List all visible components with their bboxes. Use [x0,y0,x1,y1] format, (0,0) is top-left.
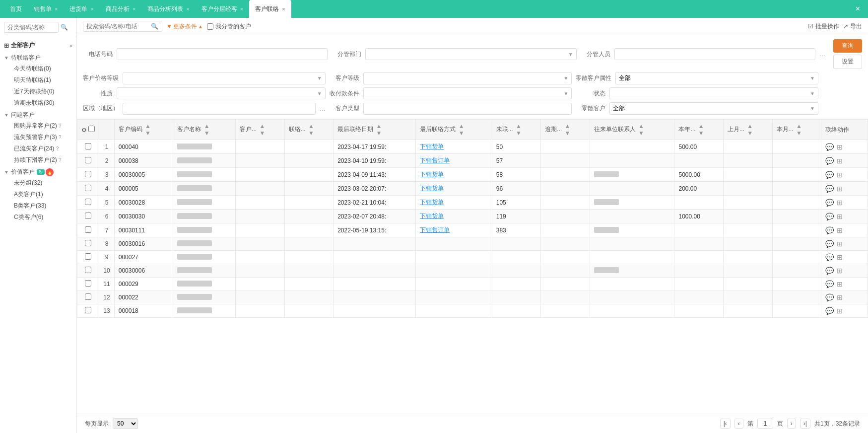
batch-operation-btn[interactable]: ☑ 批量操作 [808,22,839,31]
row-last-way[interactable] [416,237,492,251]
message-icon[interactable]: 💬 [825,226,834,234]
row-last-way[interactable]: 下销售订单 [416,154,492,168]
sidebar-group-value[interactable]: ▼ 价值客户 ↻ 🔥 [0,166,76,177]
row-checkbox[interactable] [85,157,91,163]
sidebar-item-abnormal[interactable]: 囤购异常客户(2) ? [0,120,76,132]
nature-select[interactable]: ▼ [117,87,326,99]
tab-home[interactable]: 首页 [4,0,28,18]
sidebar-item-classC[interactable]: C类客户(6) [0,212,76,223]
col-this-month[interactable]: 本月... ▲▼ [772,120,821,140]
row-last-way[interactable] [416,251,492,264]
message-icon[interactable]: 💬 [825,293,834,301]
tab-customer-segment[interactable]: 客户分层经客 × [196,0,249,18]
col-overdue[interactable]: 逾期... ▲▼ [541,120,590,140]
row-last-way[interactable] [416,264,492,278]
grid-icon[interactable]: ⊞ [837,307,843,315]
sidebar-group-problem[interactable]: ▼ 问题客户 [0,109,76,120]
col-name[interactable]: 客户名称 ▲▼ [173,120,236,140]
sidebar-item-classB[interactable]: B类客户(33) [0,200,76,212]
row-last-way[interactable]: 下销货单 [416,168,492,182]
message-icon[interactable]: 💬 [825,143,834,151]
first-page-btn[interactable]: |‹ [720,419,731,429]
person-input[interactable] [614,48,815,60]
message-icon[interactable]: 💬 [825,213,834,220]
row-checkbox[interactable] [85,307,91,313]
tab-purchase-close[interactable]: × [90,6,93,12]
category-search-input[interactable] [4,22,59,33]
row-checkbox[interactable] [85,143,91,149]
main-search-input[interactable] [86,23,151,30]
col-this-year[interactable]: 本年... ▲▼ [674,120,724,140]
select-all-checkbox[interactable] [88,126,95,132]
message-icon[interactable]: 💬 [825,253,834,261]
retail-attr-select[interactable]: 全部 ▼ [615,72,818,84]
col-settings[interactable]: ⚙ [77,120,99,140]
all-customers-header[interactable]: ⊞ 全部客户 « [0,37,76,52]
grid-icon[interactable]: ⊞ [837,213,843,220]
sidebar-item-ungroup[interactable]: 未分组(32) [0,177,76,189]
reset-button[interactable]: 设置 [833,55,862,69]
row-checkbox[interactable] [85,185,91,191]
tab-purchase[interactable]: 进货单 × [64,0,99,18]
message-icon[interactable]: 💬 [825,240,834,248]
refresh-icon[interactable]: ↻ [37,169,45,175]
row-checkbox[interactable] [85,213,91,219]
message-icon[interactable]: 💬 [825,171,834,179]
row-last-way[interactable]: 下销货单 [416,182,492,196]
row-checkbox[interactable] [85,199,91,205]
col-contact-person[interactable]: 往来单位联系人 ▲▼ [590,120,674,140]
tab-product-list-close[interactable]: × [186,6,189,12]
search-icon[interactable]: 🔍 [61,24,68,31]
tab-customer-contact-close[interactable]: × [282,6,285,12]
collapse-sidebar-btn[interactable]: « [69,43,72,49]
grid-icon[interactable]: ⊞ [837,267,843,275]
message-icon[interactable]: 💬 [825,280,834,288]
dept-select[interactable]: ▼ [365,48,576,60]
sidebar-item-lost[interactable]: 已流失客户(24) ? [0,143,76,154]
message-icon[interactable]: 💬 [825,185,834,193]
col-last-date[interactable]: 最后联络日期 ▲▼ [334,120,416,140]
next-page-btn[interactable]: › [787,419,796,429]
grid-icon[interactable]: ⊞ [837,143,843,151]
region-dots-btn[interactable]: … [320,105,326,112]
phone-input[interactable] [117,48,328,60]
sidebar-item-overdue[interactable]: 逾期未联络(30) [0,97,76,109]
grid-icon[interactable]: ⊞ [837,171,843,179]
col-last-way[interactable]: 最后联络方式 ▲▼ [416,120,492,140]
row-last-way[interactable]: 下销货单 [416,196,492,210]
row-checkbox[interactable] [85,280,91,287]
sidebar-group-pending[interactable]: ▼ 待联络客户 [0,52,76,63]
grid-icon[interactable]: ⊞ [837,185,843,193]
payment-select[interactable]: ▼ [363,87,572,99]
grid-icon[interactable]: ⊞ [837,293,843,301]
export-btn[interactable]: ↗ 导出 [843,22,862,31]
tab-product-analysis-close[interactable]: × [133,6,135,12]
row-last-way[interactable]: 下销货单 [416,210,492,223]
query-button[interactable]: 查询 [833,39,862,53]
row-checkbox[interactable] [85,253,91,260]
grid-icon[interactable]: ⊞ [837,226,843,234]
message-icon[interactable]: 💬 [825,267,834,275]
row-last-way[interactable] [416,291,492,304]
sidebar-item-classA[interactable]: A类客户(1) [0,189,76,200]
per-page-select[interactable]: 50 20 100 [113,418,138,429]
row-checkbox[interactable] [85,267,91,273]
window-close-button[interactable]: × [852,4,864,13]
message-icon[interactable]: 💬 [825,199,834,207]
main-search-icon[interactable]: 🔍 [151,23,158,30]
row-last-way[interactable]: 下销售订单 [416,223,492,237]
sidebar-item-declining[interactable]: 持续下滑客户(2) ? [0,154,76,166]
tab-sales-close[interactable]: × [55,6,58,12]
person-dots-btn[interactable]: … [819,51,825,58]
my-customers-checkbox[interactable]: 我分管的客户 [207,22,251,31]
tab-customer-segment-close[interactable]: × [240,6,243,12]
row-checkbox[interactable] [85,293,91,300]
price-level-select[interactable]: ▼ [123,72,326,84]
prev-page-btn[interactable]: ‹ [734,419,743,429]
row-checkbox[interactable] [85,226,91,233]
more-filters-btn[interactable]: ▼ 更多条件 ▲ [166,22,203,31]
col-last-month[interactable]: 上月... ▲▼ [724,120,773,140]
tab-product-list[interactable]: 商品分析列表 × [141,0,195,18]
sidebar-item-warning[interactable]: 流失预警客户(3) ? [0,132,76,143]
last-page-btn[interactable]: ›| [800,419,810,429]
